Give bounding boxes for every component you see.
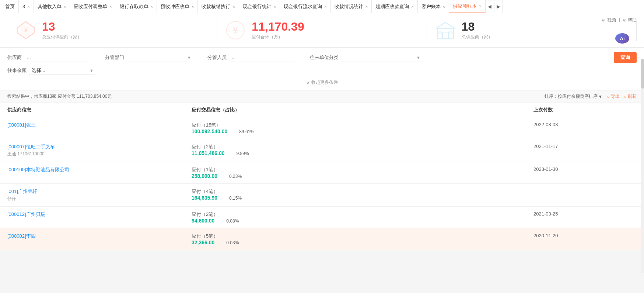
filter-dept: 分管部门 ▼ <box>105 53 193 62</box>
refresh-button[interactable]: ○ 刷新 <box>624 93 637 100</box>
percent-000100: 0.23% <box>229 174 242 179</box>
payable-amount-000012[interactable]: 94,600.00 <box>192 218 214 224</box>
payable-amount-000001[interactable]: 100,092,540.00 <box>192 128 227 134</box>
nav-tab-collection[interactable]: 收款核销执行 × <box>198 0 239 13</box>
yen-icon: ¥ <box>224 19 246 41</box>
table-row: [001]广州荣轩 仔仔 应付（4笔） 164,635.90 0.15% <box>0 184 644 207</box>
other-income-close[interactable]: × <box>64 4 66 9</box>
export-label: 导出 <box>611 93 620 100</box>
results-bar: 搜索结果中，供应商13家 应付金额 111,703,854.00元 排序：按应付… <box>0 90 644 103</box>
video-link[interactable]: ⊙ 视频 <box>602 17 616 23</box>
supplier-link-000007[interactable]: [000007]恒旺二手叉车 <box>7 144 55 149</box>
collection-close[interactable]: × <box>232 4 235 9</box>
total-suppliers-label: 总供应商（家） <box>462 34 493 40</box>
svg-text:¥: ¥ <box>233 25 238 36</box>
payable-amount-label: 应付合计（万） <box>252 34 304 40</box>
tab3-close[interactable]: × <box>27 4 29 9</box>
payable-info-000002: 应付（5笔） 32,366.00 0.03% <box>192 233 533 245</box>
nav-tab-supplier-book[interactable]: 供应商账本 × <box>449 0 485 13</box>
export-button[interactable]: ○ 导出 <box>607 93 620 100</box>
nav-tab-collection-stat[interactable]: 收款情况统计 × <box>331 0 372 13</box>
sort-link[interactable]: 排序：按应付余额倒序排序 ▼ <box>545 93 603 100</box>
payable-label-001: 应付（4笔） <box>192 188 533 195</box>
supplier-filter-input[interactable] <box>24 53 90 62</box>
prepay-ar-close[interactable]: × <box>192 4 194 9</box>
payable-label-000100: 应付（1笔） <box>192 166 533 173</box>
supplier-info-000007: [000007]恒旺二手叉车 王通 17106110000 <box>7 144 192 157</box>
nav-tab-cash-bank-stat[interactable]: 现金银行统计 × <box>239 0 280 13</box>
balance-select[interactable]: 选择... <box>29 66 95 75</box>
prepay-ar-label: 预收冲应收单 <box>161 3 189 10</box>
table-row: [000100]本特勤油品有限公司 应付（1笔） 258,000.00 0.23… <box>0 162 644 184</box>
nav-tab-home[interactable]: 首页 <box>1 0 19 13</box>
nav-tab-bank-deposit[interactable]: 银行存取款单 × <box>116 0 157 13</box>
ai-badge[interactable]: Ai <box>615 33 629 44</box>
supplier-info-001: [001]广州荣轩 仔仔 <box>7 188 192 202</box>
dept-select-wrapper: ▼ <box>126 53 193 62</box>
sep: | <box>619 17 620 23</box>
cash-bank-flow-close[interactable]: × <box>324 4 326 9</box>
nav-tab-customer-book[interactable]: 客户账本 × <box>418 0 449 13</box>
nav-next-arrow[interactable]: ▶ <box>494 0 503 13</box>
percent-000002: 0.03% <box>226 240 239 245</box>
total-suppliers-text: 18 总供应商（家） <box>462 21 493 40</box>
nav-tab-ar-ap-adjust[interactable]: 应收应付调整单 × <box>70 0 116 13</box>
nav-prev-arrow[interactable]: ◀ <box>485 0 494 13</box>
category-select[interactable] <box>341 53 422 62</box>
collection-stat-close[interactable]: × <box>365 4 368 9</box>
payable-info-001: 应付（4笔） 164,635.90 0.15% <box>192 188 533 201</box>
svg-rect-8 <box>448 31 453 34</box>
customer-book-close[interactable]: × <box>443 4 445 9</box>
payable-amount-000007[interactable]: 11,051,486.00 <box>192 150 225 156</box>
supplier-link-000100[interactable]: [000100]本特勤油品有限公司 <box>7 167 69 172</box>
cash-bank-stat-close[interactable]: × <box>274 4 276 9</box>
ar-ap-adjust-close[interactable]: × <box>109 4 112 9</box>
filter-row-2: 往来余额 选择... ▼ <box>7 66 637 75</box>
nav-tab-overdue-ar[interactable]: 超期应收款查询 × <box>372 0 417 13</box>
supplier-link-001[interactable]: [001]广州荣轩 <box>7 189 37 194</box>
supplier-link-000001[interactable]: [000001]张三 <box>7 122 36 128</box>
payable-amount-000100[interactable]: 258,000.00 <box>192 173 217 179</box>
nav-tab-prepay-ar[interactable]: 预收冲应收单 × <box>157 0 198 13</box>
scrollbar-track[interactable] <box>641 59 644 273</box>
query-button[interactable]: 查询 <box>614 52 637 63</box>
col-header-extra <box>607 107 637 113</box>
nav-tab-other-income[interactable]: 其他收入单 × <box>34 0 70 13</box>
category-filter-label: 往来单位分类 <box>310 54 339 61</box>
percent-001: 0.15% <box>229 196 242 201</box>
supplier-link-000012[interactable]: [000012]广州贝瑞 <box>7 211 45 217</box>
help-link[interactable]: ⊙ 帮助 <box>623 17 637 23</box>
supplier-sub-001: 仔仔 <box>7 196 192 202</box>
payable-amount-001[interactable]: 164,635.90 <box>192 195 217 201</box>
svg-text:¥: ¥ <box>24 27 27 33</box>
supplier-book-label: 供应商账本 <box>453 3 477 10</box>
person-filter-label: 分管人员 <box>207 54 227 61</box>
last-pay-000100: 2023-01-30 <box>533 166 607 172</box>
results-summary: 搜索结果中，供应商13家 应付金额 111,703,854.00元 <box>7 93 112 100</box>
svg-rect-7 <box>438 31 442 34</box>
collection-stat-label: 收款情况统计 <box>335 3 363 10</box>
person-filter-input[interactable] <box>229 53 295 62</box>
total-suppliers-num: 18 <box>462 21 493 32</box>
payable-amount-000002[interactable]: 32,366.00 <box>192 239 214 245</box>
bank-deposit-close[interactable]: × <box>151 4 153 9</box>
help-icon: ⊙ <box>623 17 627 23</box>
filter-person: 分管人员 <box>207 53 295 62</box>
bank-deposit-label: 银行存取款单 <box>120 3 148 10</box>
collapse-button[interactable]: ∧ 收起更多条件 <box>7 78 637 87</box>
supplier-filter-label: 供应商 <box>7 54 22 61</box>
overdue-ar-close[interactable]: × <box>411 4 413 9</box>
supplier-book-close[interactable]: × <box>479 4 481 8</box>
last-pay-000007: 2021-11-17 <box>533 144 607 149</box>
nav-tab-3[interactable]: 3 × <box>19 0 34 13</box>
nav-tab-cash-bank-flow[interactable]: 现金银行流水查询 × <box>280 0 330 13</box>
shop-icon <box>434 19 456 41</box>
supplier-sub-000007: 王通 17106110000 <box>7 151 192 157</box>
dept-select[interactable] <box>126 53 193 62</box>
overdue-ar-label: 超期应收款查询 <box>375 3 409 10</box>
stats-bar: ¥ 13 总应付供应商（家） ¥ 11,170.39 应付合计（万） <box>0 13 644 48</box>
supplier-link-000002[interactable]: [000002]李四 <box>7 233 36 239</box>
scrollbar-thumb[interactable] <box>641 59 644 89</box>
last-pay-000012: 2021-03-25 <box>533 211 607 217</box>
payable-info-000012: 应付（2笔） 94,600.00 0.08% <box>192 211 533 224</box>
